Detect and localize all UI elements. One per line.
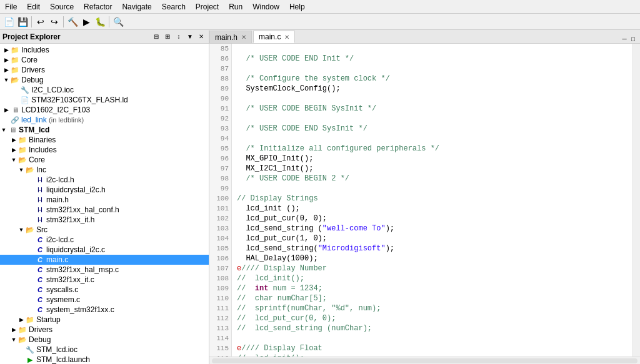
new-button[interactable]: 📄 — [2, 16, 15, 28]
undo-button[interactable]: ↩ — [34, 16, 47, 28]
toggle-core[interactable]: ▼ — [10, 157, 18, 163]
build-button[interactable]: 🔨 — [66, 16, 79, 28]
run-button[interactable]: ▶ — [80, 16, 92, 28]
debug-button[interactable]: 🐛 — [94, 16, 106, 28]
tree-item-includes2[interactable]: ▶ 📁 Includes — [0, 145, 209, 155]
tree-label-core: Core — [29, 155, 45, 164]
tree-item-i2c-lcd-h[interactable]: H i2c-lcd.h — [0, 175, 209, 185]
tree-item-stm-lcd-ioc[interactable]: 🔧 STM_lcd.ioc — [0, 345, 209, 355]
menu-navigate[interactable]: Navigate — [117, 1, 156, 12]
tree-item-stm32f1xx-it-h[interactable]: H stm32f1xx_it.h — [0, 215, 209, 225]
link-icon: 🔗 — [10, 116, 20, 124]
tree-item-main-h[interactable]: H main.h — [0, 195, 209, 205]
line-numbers: 8586878889 9091929394 9596979899 1001011… — [209, 44, 232, 357]
c-file-icon: C — [35, 295, 45, 304]
menu-source[interactable]: Source — [45, 1, 79, 12]
tree-label-liquidcrystal-h: liquidcrystal_i2c.h — [46, 185, 106, 194]
vertical-scrollbar[interactable] — [632, 44, 640, 357]
tree-item-startup[interactable]: ▶ 📁 Startup — [0, 315, 209, 325]
tree-item-liquidcrystal-h[interactable]: H liquidcrystal_i2c.h — [0, 185, 209, 195]
tree-item-binaries[interactable]: ▶ 📁 Binaries — [0, 135, 209, 145]
tree-label-stm-flash: STM32F103C6TX_FLASH.ld — [31, 96, 128, 104]
code-line-96: MX_GPIO_Init(); — [237, 154, 628, 164]
redo-button[interactable]: ↪ — [48, 16, 61, 28]
pe-menu-btn[interactable]: ▼ — [185, 32, 195, 42]
code-editor[interactable]: 8586878889 9091929394 9596979899 1001011… — [209, 44, 640, 357]
toggle-stm-lcd[interactable]: ▼ — [0, 127, 8, 133]
menu-refactor[interactable]: Refactor — [79, 1, 117, 12]
tree-item-stm32f1xx-it-c[interactable]: C stm32f1xx_it.c — [0, 275, 209, 285]
toggle-includes2[interactable]: ▶ — [10, 147, 18, 153]
folder-open-icon: 📂 — [10, 76, 20, 84]
toggle-includes[interactable]: ▶ — [2, 47, 10, 53]
menu-run[interactable]: Run — [224, 1, 248, 12]
toggle-inc[interactable]: ▼ — [18, 167, 25, 173]
code-line-87 — [237, 64, 628, 74]
tree-item-stm-lcd[interactable]: ▼ 🖥 STM_lcd — [0, 125, 209, 135]
tree-item-src[interactable]: ▼ 📂 Src — [0, 225, 209, 235]
tree-label-core-top: Core — [21, 56, 38, 64]
tree-item-debug2[interactable]: ▼ 📂 Debug — [0, 335, 209, 345]
search-toolbar-button[interactable]: 🔍 — [112, 16, 124, 28]
toolbar-separator-1 — [31, 16, 32, 27]
toggle-lcd1602[interactable]: ▶ — [2, 107, 10, 113]
tree-item-system-stm[interactable]: C system_stm32f1xx.c — [0, 305, 209, 315]
tab-main-h[interactable]: main.h ✕ — [209, 31, 252, 43]
menu-project[interactable]: Project — [191, 1, 224, 12]
code-content[interactable]: /* USER CODE END Init */ /* Configure th… — [232, 44, 632, 357]
tree-item-debug[interactable]: ▼ 📂 Debug — [0, 75, 209, 85]
toggle-src[interactable]: ▼ — [18, 227, 25, 233]
tab-maximize-btn[interactable]: □ — [629, 34, 638, 43]
tree-label-inc: Inc — [36, 165, 46, 174]
tree-item-sysmem[interactable]: C sysmem.c — [0, 295, 209, 305]
tree-item-core[interactable]: ▼ 📂 Core — [0, 155, 209, 165]
tab-main-c[interactable]: main.c ✕ — [253, 31, 295, 43]
menu-search[interactable]: Search — [157, 1, 191, 12]
pe-filter-btn[interactable]: ⊞ — [162, 32, 172, 42]
tree-item-stm-lcd-launch[interactable]: ▶ STM_lcd.launch — [0, 355, 209, 364]
save-button[interactable]: 💾 — [16, 16, 29, 28]
menu-bar: File Edit Source Refactor Navigate Searc… — [0, 0, 640, 14]
tree-item-hal-msp[interactable]: C stm32f1xx_hal_msp.c — [0, 265, 209, 275]
menu-file[interactable]: File — [0, 1, 22, 12]
code-line-88: /* Configure the system clock */ — [237, 74, 628, 84]
tree-item-includes[interactable]: ▶ 📁 Includes — [0, 45, 209, 55]
folder-icon: 📁 — [18, 325, 28, 334]
tab-main-c-close[interactable]: ✕ — [284, 34, 289, 41]
tree-item-inc[interactable]: ▼ 📂 Inc — [0, 165, 209, 175]
tree-item-syscalls[interactable]: C syscalls.c — [0, 285, 209, 295]
toggle-drivers[interactable]: ▶ — [2, 67, 10, 73]
pe-sync-btn[interactable]: ↕ — [174, 32, 184, 42]
tree-item-stm-flash[interactable]: 📄 STM32F103C6TX_FLASH.ld — [0, 95, 209, 105]
code-line-103: lcd_send_string ("well-come To"); — [237, 224, 628, 234]
tab-main-h-close[interactable]: ✕ — [241, 34, 246, 41]
tree-item-stm32f1xx-conf-h[interactable]: H stm32f1xx_hal_conf.h — [0, 205, 209, 215]
toggle-binaries[interactable]: ▶ — [10, 137, 18, 143]
menu-help[interactable]: Help — [284, 1, 310, 12]
tree-item-core-top[interactable]: ▶ 📁 Core — [0, 55, 209, 65]
file-ld-icon: 📄 — [20, 96, 30, 104]
toggle-drivers2[interactable]: ▶ — [10, 327, 18, 333]
horizontal-scrollbar[interactable] — [212, 358, 638, 363]
toggle-debug[interactable]: ▼ — [2, 77, 10, 83]
menu-edit[interactable]: Edit — [22, 1, 45, 12]
tree-item-led-link[interactable]: 🔗 led_link (in ledblink) — [0, 115, 209, 125]
tree-label-system-stm: system_stm32f1xx.c — [46, 305, 114, 314]
tree-item-i2c-lcd-ioc[interactable]: 🔧 I2C_LCD.ioc — [0, 85, 209, 95]
tree-item-drivers2[interactable]: ▶ 📁 Drivers — [0, 325, 209, 335]
code-line-97: MX_I2C1_Init(); — [237, 164, 628, 174]
tree-item-liquidcrystal-c[interactable]: C liquidcrystal_i2c.c — [0, 245, 209, 255]
toggle-core-top[interactable]: ▶ — [2, 57, 10, 63]
pe-collapse-btn[interactable]: ⊟ — [151, 32, 161, 42]
pe-close-btn[interactable]: ✕ — [196, 32, 206, 42]
tree-item-i2c-lcd-c[interactable]: C i2c-lcd.c — [0, 235, 209, 245]
toggle-debug2[interactable]: ▼ — [10, 337, 18, 343]
toggle-startup[interactable]: ▶ — [18, 317, 25, 323]
tree-item-drivers[interactable]: ▶ 📁 Drivers — [0, 65, 209, 75]
tab-minimize-btn[interactable]: ─ — [620, 34, 629, 43]
c-file-icon: C — [35, 305, 45, 314]
code-line-98: /* USER CODE BEGIN 2 */ — [237, 174, 628, 184]
menu-window[interactable]: Window — [248, 1, 284, 12]
tree-item-lcd1602[interactable]: ▶ 🖥 LCD1602_I2C_F103 — [0, 105, 209, 115]
tree-item-main-c[interactable]: C main.c — [0, 255, 209, 265]
